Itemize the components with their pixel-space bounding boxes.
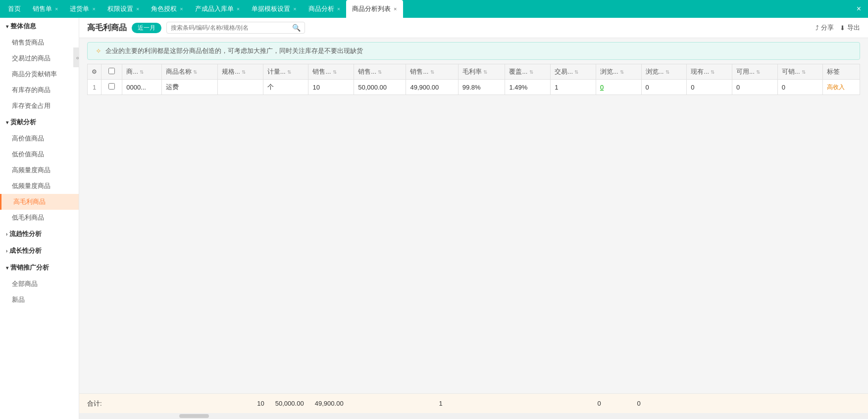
close-permissions-tab[interactable]: × bbox=[136, 6, 139, 12]
row-sales-profit: 49,900.00 bbox=[406, 80, 458, 95]
footer-sales-profit: 49,900.00 bbox=[308, 400, 348, 407]
tab-sales[interactable]: 销售单 × bbox=[27, 0, 64, 18]
sidebar-item-new-goods[interactable]: 新品 bbox=[0, 292, 79, 308]
sidebar-group-trend[interactable]: › 流趋性分析 bbox=[0, 226, 79, 242]
page-title: 高毛利商品 bbox=[87, 23, 127, 33]
col-sales-qty[interactable]: 销售... ⇅ bbox=[308, 64, 354, 80]
search-icon[interactable]: 🔍 bbox=[292, 24, 301, 32]
col-spec[interactable]: 规格... ⇅ bbox=[218, 64, 263, 80]
sidebar-collapse-button[interactable]: « bbox=[73, 47, 79, 67]
close-all-button[interactable]: × bbox=[852, 4, 866, 13]
col-sales-profit[interactable]: 销售... ⇅ bbox=[406, 64, 458, 80]
col-sales-amount[interactable]: 销售... ⇅ bbox=[354, 64, 406, 80]
row-sales-amount: 50,000.00 bbox=[354, 80, 406, 95]
col-code[interactable]: 商... ⇅ bbox=[122, 64, 162, 80]
sidebar-item-low-freq[interactable]: 低频量度商品 bbox=[0, 178, 79, 194]
row-checkbox[interactable] bbox=[108, 83, 115, 90]
col-available[interactable]: 可用... ⇅ bbox=[732, 64, 777, 80]
search-box: 🔍 bbox=[166, 22, 305, 34]
arrow-asset: ▾ bbox=[6, 120, 8, 125]
col-saleable[interactable]: 可销... ⇅ bbox=[777, 64, 823, 80]
sidebar-item-high-margin[interactable]: 高毛利商品 bbox=[0, 194, 79, 210]
row-tag: 高收入 bbox=[823, 80, 860, 95]
export-button[interactable]: ⬇ 导出 bbox=[840, 23, 860, 32]
close-template-tab[interactable]: × bbox=[293, 6, 296, 12]
row-spec bbox=[218, 80, 263, 95]
tab-permissions[interactable]: 权限设置 × bbox=[102, 0, 145, 18]
footer-label: 合计: bbox=[87, 399, 102, 408]
scrollbar-thumb[interactable] bbox=[179, 414, 209, 418]
bottom-scrollbar[interactable] bbox=[79, 413, 868, 419]
col-settings[interactable]: ⚙ bbox=[88, 64, 102, 80]
close-analysis-list-tab[interactable]: × bbox=[394, 6, 397, 12]
tab-roles[interactable]: 角色授权 × bbox=[145, 0, 189, 18]
filter-recent-month-button[interactable]: 近一月 bbox=[132, 23, 161, 33]
close-roles-tab[interactable]: × bbox=[180, 6, 183, 12]
sidebar-item-in-stock[interactable]: 有库存的商品 bbox=[0, 82, 79, 98]
row-margin-rate: 99.8% bbox=[458, 80, 505, 95]
sidebar-item-high-value[interactable]: 高价值商品 bbox=[0, 131, 79, 146]
sidebar-group-growth[interactable]: › 成长性分析 bbox=[0, 242, 79, 259]
sidebar-item-all-goods[interactable]: 全部商品 bbox=[0, 276, 79, 292]
col-coverage[interactable]: 覆盖... ⇅ bbox=[505, 64, 551, 80]
col-margin-rate[interactable]: 毛利率 ⇅ bbox=[458, 64, 505, 80]
sidebar-item-low-value[interactable]: 低价值商品 bbox=[0, 146, 79, 162]
sidebar-group-marketing[interactable]: ▾ 营销推广分析 bbox=[0, 259, 79, 276]
close-analysis-tab[interactable]: × bbox=[337, 6, 340, 12]
sidebar-item-high-freq[interactable]: 高频量度商品 bbox=[0, 162, 79, 178]
row-index: 1 bbox=[88, 80, 102, 95]
col-tag[interactable]: 标签 bbox=[823, 64, 860, 80]
data-table: ⚙ 商... ⇅ 商品名称 ⇅ 规格... ⇅ 计量... ⇅ 销售... ⇅ … bbox=[87, 64, 860, 95]
arrow-overall: ▾ bbox=[6, 24, 8, 29]
col-trades[interactable]: 交易... ⇅ bbox=[551, 64, 596, 80]
row-views1[interactable]: 0 bbox=[596, 80, 641, 95]
col-views1[interactable]: 浏览... ⇅ bbox=[596, 64, 641, 80]
table-container: ⚙ 商... ⇅ 商品名称 ⇅ 规格... ⇅ 计量... ⇅ 销售... ⇅ … bbox=[79, 60, 868, 393]
close-purchase-tab[interactable]: × bbox=[92, 6, 95, 12]
arrow-marketing: ▾ bbox=[6, 265, 8, 271]
row-unit: 个 bbox=[263, 80, 308, 95]
footer-saleable: 0 bbox=[605, 400, 645, 407]
sidebar-item-low-margin[interactable]: 低毛利商品 bbox=[0, 210, 79, 226]
sidebar-group-asset[interactable]: ▾ 贡献分析 bbox=[0, 114, 79, 131]
sidebar: « ▾ 整体信息 销售货商品 交易过的商品 商品分贡献销率 有库存的商品 库存资… bbox=[0, 18, 79, 419]
tab-analysis-list[interactable]: 商品分析列表 × bbox=[346, 0, 403, 18]
content-header: 高毛利商品 近一月 🔍 ⤴ 分享 ⬇ 导出 bbox=[79, 18, 868, 38]
sidebar-item-goods-rating[interactable]: 商品分贡献销率 bbox=[0, 66, 79, 82]
footer-trades: 1 bbox=[407, 400, 447, 407]
footer-sales-amount: 50,000.00 bbox=[268, 400, 308, 407]
col-name[interactable]: 商品名称 ⇅ bbox=[162, 64, 218, 80]
search-input[interactable] bbox=[171, 24, 292, 31]
col-unit[interactable]: 计量... ⇅ bbox=[263, 64, 308, 80]
col-current-stock[interactable]: 现有... ⇅ bbox=[687, 64, 732, 80]
sidebar-item-sales-goods[interactable]: 销售货商品 bbox=[0, 35, 79, 50]
tab-products-in[interactable]: 产成品入库单 × bbox=[189, 0, 246, 18]
tab-analysis[interactable]: 商品分析 × bbox=[303, 0, 346, 18]
footer-bar: 合计: 10 50,000.00 49,900.00 1 0 0 bbox=[79, 393, 868, 413]
export-icon: ⬇ bbox=[840, 24, 845, 32]
content-area: 高毛利商品 近一月 🔍 ⤴ 分享 ⬇ 导出 ✧ 企业的主要的利润都是这部分商品创… bbox=[79, 18, 868, 419]
col-views2[interactable]: 浏览... ⇅ bbox=[641, 64, 687, 80]
row-available: 0 bbox=[732, 80, 777, 95]
sidebar-item-traded-goods[interactable]: 交易过的商品 bbox=[0, 50, 79, 66]
tab-home[interactable]: 首页 bbox=[2, 0, 27, 18]
top-nav: 首页 销售单 × 进货单 × 权限设置 × 角色授权 × 产成品入库单 × 单据… bbox=[0, 0, 868, 18]
footer-sales-qty: 10 bbox=[239, 400, 268, 407]
close-sales-tab[interactable]: × bbox=[55, 6, 58, 12]
row-code: 0000... bbox=[122, 80, 162, 95]
tab-template[interactable]: 单据模板设置 × bbox=[246, 0, 302, 18]
close-products-tab[interactable]: × bbox=[237, 6, 240, 12]
arrow-trend: › bbox=[6, 232, 7, 237]
row-coverage: 1.49% bbox=[505, 80, 551, 95]
col-checkbox bbox=[102, 64, 122, 80]
info-icon: ✧ bbox=[96, 47, 102, 55]
row-views2: 0 bbox=[641, 80, 687, 95]
row-saleable: 0 bbox=[777, 80, 823, 95]
sidebar-item-capital-occupy[interactable]: 库存资金占用 bbox=[0, 98, 79, 114]
tab-purchase[interactable]: 进货单 × bbox=[64, 0, 101, 18]
share-button[interactable]: ⤴ 分享 bbox=[816, 23, 834, 32]
row-sales-qty: 10 bbox=[308, 80, 354, 95]
info-banner: ✧ 企业的主要的利润都是这部分商品创造的，可考虑加大推广，同时关注库存是不要出现… bbox=[87, 42, 860, 60]
select-all-checkbox[interactable] bbox=[108, 68, 115, 74]
sidebar-group-overall[interactable]: ▾ 整体信息 bbox=[0, 18, 79, 35]
